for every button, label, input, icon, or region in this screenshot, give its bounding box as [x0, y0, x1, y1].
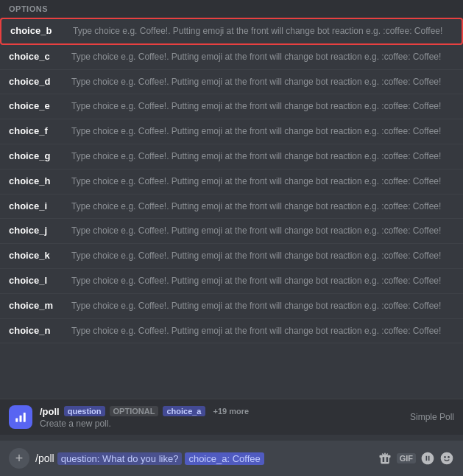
input-icons: GIF: [378, 451, 454, 466]
option-desc-choice_e: Type choice e.g. Coffee!. Putting emoji …: [71, 100, 441, 113]
input-tag-choice: choice_a: Coffee: [185, 452, 264, 465]
input-tag-question: question: What do you like?: [57, 452, 183, 465]
option-label-choice_e: choice_e: [9, 100, 71, 111]
input-bar[interactable]: + /poll question: What do you like? choi…: [0, 441, 463, 476]
input-command: /poll: [35, 452, 54, 464]
svg-point-4: [444, 456, 446, 458]
option-row-choice_h[interactable]: choice_hType choice e.g. Coffee!. Puttin…: [0, 169, 463, 195]
option-desc-choice_c: Type choice e.g. Coffee!. Putting emoji …: [71, 51, 441, 63]
add-button[interactable]: +: [9, 448, 29, 469]
command-info: /poll question OPTIONAL choice_a +19 mor…: [40, 406, 403, 429]
gift-icon[interactable]: [378, 451, 392, 466]
option-desc-choice_m: Type choice e.g. Coffee!. Putting emoji …: [71, 300, 441, 312]
simple-poll-badge: Simple Poll: [410, 412, 454, 422]
option-label-choice_d: choice_d: [9, 76, 71, 87]
option-row-choice_n[interactable]: choice_nType choice e.g. Coffee!. Puttin…: [0, 319, 463, 344]
option-row-choice_b[interactable]: choice_bType choice e.g. Coffee!. Puttin…: [0, 18, 463, 45]
option-desc-choice_k: Type choice e.g. Coffee!. Putting emoji …: [71, 250, 441, 262]
option-label-choice_k: choice_k: [9, 250, 71, 261]
command-name: /poll: [40, 406, 60, 417]
option-label-choice_c: choice_c: [9, 51, 71, 62]
emoji-icon[interactable]: [439, 451, 454, 466]
svg-rect-2: [24, 413, 26, 422]
option-row-choice_j[interactable]: choice_jType choice e.g. Coffee!. Puttin…: [0, 219, 463, 244]
option-desc-choice_f: Type choice e.g. Coffee!. Putting emoji …: [71, 125, 441, 138]
option-label-choice_n: choice_n: [9, 325, 71, 336]
option-row-choice_l[interactable]: choice_lType choice e.g. Coffee!. Puttin…: [0, 269, 463, 294]
sticker-icon[interactable]: [420, 451, 435, 466]
option-desc-choice_b: Type choice e.g. Coffee!. Putting emoji …: [73, 25, 442, 38]
option-row-choice_f[interactable]: choice_fType choice e.g. Coffee!. Puttin…: [0, 119, 463, 144]
option-desc-choice_n: Type choice e.g. Coffee!. Putting emoji …: [71, 325, 441, 337]
option-row-choice_i[interactable]: choice_iType choice e.g. Coffee!. Puttin…: [0, 195, 463, 220]
option-desc-choice_d: Type choice e.g. Coffee!. Putting emoji …: [71, 76, 441, 88]
option-desc-choice_i: Type choice e.g. Coffee!. Putting emoji …: [71, 200, 441, 213]
svg-point-3: [441, 452, 453, 465]
option-label-choice_h: choice_h: [9, 175, 71, 186]
option-label-choice_b: choice_b: [10, 25, 73, 36]
option-row-choice_k[interactable]: choice_kType choice e.g. Coffee!. Puttin…: [0, 244, 463, 269]
options-header: OPTIONS: [0, 0, 463, 18]
svg-rect-0: [15, 419, 18, 422]
options-list: choice_bType choice e.g. Coffee!. Puttin…: [0, 18, 463, 343]
param-choice-a: choice_a: [163, 406, 205, 416]
option-desc-choice_l: Type choice e.g. Coffee!. Putting emoji …: [71, 275, 441, 287]
option-label-choice_f: choice_f: [9, 125, 71, 136]
option-label-choice_g: choice_g: [9, 150, 71, 161]
param-question: question: [64, 406, 105, 416]
option-row-choice_g[interactable]: choice_gType choice e.g. Coffee!. Puttin…: [0, 144, 463, 169]
option-row-choice_m[interactable]: choice_mType choice e.g. Coffee!. Puttin…: [0, 294, 463, 319]
option-desc-choice_h: Type choice e.g. Coffee!. Putting emoji …: [71, 175, 441, 188]
option-row-choice_e[interactable]: choice_eType choice e.g. Coffee!. Puttin…: [0, 94, 463, 119]
command-params-row: /poll question OPTIONAL choice_a +19 mor…: [40, 406, 403, 417]
option-label-choice_j: choice_j: [9, 225, 71, 236]
option-label-choice_m: choice_m: [9, 300, 71, 311]
option-label-choice_l: choice_l: [9, 275, 71, 286]
gif-button[interactable]: GIF: [397, 453, 416, 463]
param-more: +19 more: [210, 406, 253, 416]
option-row-choice_d[interactable]: choice_dType choice e.g. Coffee!. Puttin…: [0, 70, 463, 95]
param-optional: OPTIONAL: [110, 406, 159, 416]
svg-point-5: [448, 456, 450, 458]
poll-icon: [9, 405, 32, 429]
option-label-choice_i: choice_i: [9, 200, 71, 211]
input-content[interactable]: /poll question: What do you like? choice…: [35, 452, 372, 465]
option-desc-choice_j: Type choice e.g. Coffee!. Putting emoji …: [71, 225, 441, 237]
option-row-choice_c[interactable]: choice_cType choice e.g. Coffee!. Puttin…: [0, 45, 463, 70]
option-desc-choice_g: Type choice e.g. Coffee!. Putting emoji …: [71, 150, 441, 163]
svg-rect-1: [20, 416, 22, 422]
command-hint-bar: /poll question OPTIONAL choice_a +19 mor…: [0, 399, 463, 435]
command-subtitle: Create a new poll.: [40, 419, 403, 429]
